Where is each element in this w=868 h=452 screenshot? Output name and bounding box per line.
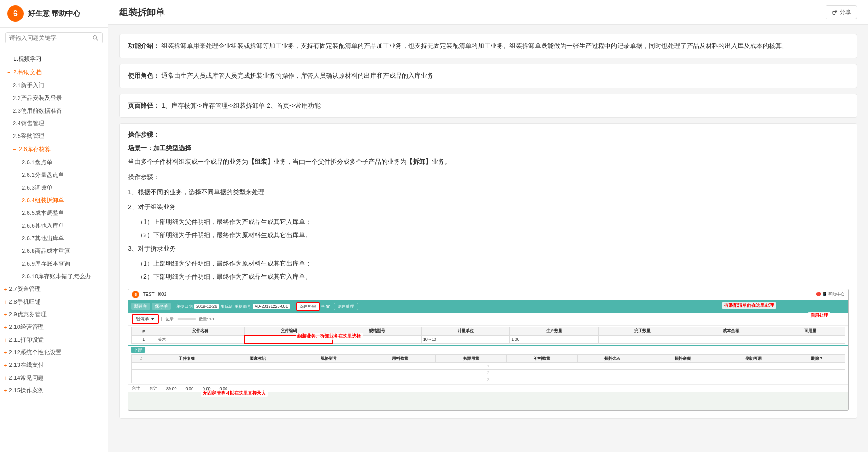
content-area: 功能介绍： 组装拆卸单用来处理企业组装或拆卸等加工业务，支持有固定装配清单的产品… xyxy=(108,25,868,452)
sidebar-item-2-9[interactable]: + 2.9优惠券管理 xyxy=(4,308,108,321)
ss-date-val: 2019-12-26 xyxy=(194,304,219,309)
table-row: 1 xyxy=(132,363,845,370)
ss-header-icons: 🔴 📱 帮助中心 xyxy=(816,291,844,297)
ss-table-upper: # 父件名称 父件编码 规格型号 计量单位 生产数量 完工数量 成本金额 可用量 xyxy=(131,327,845,344)
table-row: 1 关术 10→10 1.00 xyxy=(132,335,845,343)
ss-lower-section: 下部 # 子件名称 报废标识 规格型号 用料数量 实际用量 补料数量 xyxy=(128,345,848,384)
ss-logo: 6 xyxy=(132,291,139,298)
sidebar-item-2-11[interactable]: + 2.11打印设置 xyxy=(4,333,108,346)
sidebar-item-2-6-10[interactable]: 2.6.10库存账本错了怎么办 xyxy=(22,270,108,283)
ss-process-btn[interactable]: 启用处理 xyxy=(334,303,358,310)
annotation-3: 启用处理 xyxy=(808,312,830,319)
main-content: 组装拆卸单 分享 功能介绍： 组装拆卸单用来处理企业组装或拆卸等加工业务，支持有… xyxy=(108,0,868,452)
sidebar-item-2-15[interactable]: + 2.15操作案例 xyxy=(4,384,108,397)
sidebar-item-2-6[interactable]: − 2.6库存核算 xyxy=(13,143,108,156)
sidebar-item-label-2: 2.帮助文档 xyxy=(14,68,42,76)
page-title: 组装拆卸单 xyxy=(119,6,165,19)
table-row: 3 xyxy=(132,376,845,383)
sidebar-item-2-12[interactable]: + 2.12系统个性化设置 xyxy=(4,346,108,359)
scenario-desc: 当由多个子件材料组装成一个成品的业务为【组装】业务，当由一个父件拆分成多个子产品… xyxy=(128,156,849,167)
sidebar-item-2-7[interactable]: + 2.7资金管理 xyxy=(4,283,108,295)
ss-lower-tab: 下部 xyxy=(131,347,145,353)
top-bar: 组装拆卸单 分享 xyxy=(108,0,868,25)
svg-point-0 xyxy=(93,35,97,39)
logo-area: 6 好生意 帮助中心 xyxy=(0,0,108,28)
user-role-text: 通常由生产人员或库管人员完成折装业务的操作，库管人员确认原材料的出库和产成品的入… xyxy=(161,72,434,79)
expand-icon-2: − xyxy=(7,69,11,76)
sidebar-item-2-8[interactable]: + 2.8手机旺铺 xyxy=(4,295,108,308)
ss-type-row: 组装单 ▼ | 仓库: 数量: 1/1 组装业务、拆卸业务在这里选择 xyxy=(128,313,848,326)
user-role-label: 使用角色： xyxy=(128,72,160,79)
user-role-block: 使用角色： 通常由生产人员或库管人员完成折装业务的操作，库管人员确认原材料的出库… xyxy=(119,64,857,88)
scenario-title: 场景一：加工类型选择 xyxy=(128,144,849,152)
ss-warehouse[interactable] xyxy=(177,318,196,320)
sidebar-item-2-6-3[interactable]: 2.6.3调拨单 xyxy=(22,181,108,194)
sidebar-item-2-13[interactable]: + 2.13在线支付 xyxy=(4,359,108,371)
ops-block: 操作步骤： 场景一：加工类型选择 当由多个子件材料组装成一个成品的业务为【组装】… xyxy=(119,123,857,419)
sidebar-sub-docs: 2.1新手入门 2.2产品安装及登录 2.3使用前数据准备 2.4销售管理 2.… xyxy=(0,79,108,397)
sidebar-item-video[interactable]: + 1.视频学习 xyxy=(0,52,108,66)
search-icon xyxy=(92,35,99,41)
sidebar-item-2-4[interactable]: 2.4销售管理 xyxy=(13,117,108,130)
page-path-text: 1、库存核算->库存管理->组装拆卸单 2、首页->常用功能 xyxy=(161,102,321,109)
ss-bill-label: 单据编号 xyxy=(235,304,251,309)
ss-bom-area: 选用料单 ✏ 🗑 xyxy=(296,302,330,311)
screenshot: 6 TEST-H002 🔴 📱 帮助中心 新建单 保存单 单据日期 2019-1… xyxy=(128,289,849,411)
step3-sub1: （1）上部明细为父件明细，最终作为原材料生成其它出库单； xyxy=(137,258,849,269)
ss-date-label: 单据日期 xyxy=(176,304,193,309)
sidebar-item-2-1[interactable]: 2.1新手入门 xyxy=(13,79,108,92)
ss-bill-val: AD-20191226-001 xyxy=(253,304,290,309)
ss-group-label: 集成店 xyxy=(221,304,233,309)
sidebar-item-2-6-6[interactable]: 2.6.6其他入库单 xyxy=(22,219,108,232)
ss-table-lower: # 子件名称 报废标识 规格型号 用料数量 实际用量 补料数量 损料比% 损料余… xyxy=(131,354,845,383)
step3: 3、对于拆录业务 xyxy=(128,243,849,254)
page-path-block: 页面路径： 1、库存核算->库存管理->组装拆卸单 2、首页->常用功能 xyxy=(119,94,857,118)
sidebar-item-2-6-8[interactable]: 2.6.8商品成本重算 xyxy=(22,245,108,257)
sidebar-item-docs[interactable]: − 2.帮助文档 xyxy=(0,66,108,79)
search-box[interactable] xyxy=(5,32,103,43)
ss-header: 6 TEST-H002 🔴 📱 帮助中心 xyxy=(128,289,848,300)
ss-btn-save[interactable]: 保存单 xyxy=(152,303,171,310)
svg-line-1 xyxy=(96,38,98,40)
feature-intro-block: 功能介绍： 组装拆卸单用来处理企业组装或拆卸等加工业务，支持有固定装配清单的产品… xyxy=(119,34,857,58)
expand-icon-2-6: − xyxy=(13,146,16,153)
sidebar-sub-2-6: 2.6.1盘点单 2.6.2分量盘点单 2.6.3调拨单 2.6.4组装拆卸单 … xyxy=(13,156,108,283)
nav-tree: + 1.视频学习 − 2.帮助文档 2.1新手入门 2.2产品安装及登录 2.3… xyxy=(0,48,108,452)
share-button[interactable]: 分享 xyxy=(826,5,857,19)
feature-intro-text: 组装拆卸单用来处理企业组装或拆卸等加工业务，支持有固定装配清单的产品加工业务，也… xyxy=(161,42,788,49)
step1: 1、根据不同的业务，选择不同单据的类型来处理 xyxy=(128,186,849,198)
search-area xyxy=(0,28,108,48)
step3-sub2: （2）下部明细为子件明细，最终作为产成品生成其它入库单。 xyxy=(137,271,849,282)
ss-btn-new[interactable]: 新建单 xyxy=(131,303,150,310)
sidebar-item-2-6-5[interactable]: 2.6.5成本调整单 xyxy=(22,207,108,219)
sidebar-item-2-6-9[interactable]: 2.6.9库存账本查询 xyxy=(22,257,108,270)
step2-sub2: （2）下部明细为子件明细，最终作为原材料生成其它出库单。 xyxy=(137,229,849,241)
table-row: 2 xyxy=(132,370,845,376)
logo-icon: 6 xyxy=(7,5,24,22)
ss-type-selector[interactable]: 组装单 ▼ xyxy=(132,314,159,324)
sidebar: 6 好生意 帮助中心 + 1.视频学习 − 2.帮助文档 2.1新手入门 2.2… xyxy=(0,0,108,452)
annotation-1: 有装配清单的在这里处理 xyxy=(722,302,776,309)
share-icon xyxy=(831,9,838,15)
sidebar-item-2-6-7[interactable]: 2.6.7其他出库单 xyxy=(22,232,108,245)
ss-bom-btn[interactable]: 选用料单 xyxy=(296,302,320,311)
sidebar-item-2-6-4[interactable]: 2.6.4组装拆卸单 xyxy=(22,194,108,207)
ss-icons: ✏ 🗑 xyxy=(321,304,330,309)
ss-upper-table: # 父件名称 父件编码 规格型号 计量单位 生产数量 完工数量 成本金额 可用量 xyxy=(128,326,848,345)
ops-steps-title: 操作步骤： xyxy=(128,171,849,183)
annotation-4: 无固定清单可以在这里直接录入 xyxy=(201,390,268,397)
sidebar-item-2-10[interactable]: + 2.10经营管理 xyxy=(4,321,108,333)
step2: 2、对于组装业务 xyxy=(128,201,849,213)
sidebar-item-2-3[interactable]: 2.3使用前数据准备 xyxy=(13,105,108,117)
sidebar-item-2-14[interactable]: + 2.14常见问题 xyxy=(4,371,108,384)
annotation-2: 组装业务、拆卸业务在这里选择 xyxy=(296,333,363,340)
expand-icon-1: + xyxy=(7,56,11,62)
sidebar-item-2-5[interactable]: 2.5采购管理 xyxy=(13,130,108,143)
step2-sub1: （1）上部明细为父件明细，最终作为产成品生成其它入库单； xyxy=(137,216,849,228)
feature-intro-label: 功能介绍： xyxy=(128,42,160,49)
page-path-label: 页面路径： xyxy=(128,102,160,109)
sidebar-item-2-6-1[interactable]: 2.6.1盘点单 xyxy=(22,156,108,169)
sidebar-item-2-6-2[interactable]: 2.6.2分量盘点单 xyxy=(22,169,108,181)
search-input[interactable] xyxy=(9,34,92,41)
sidebar-item-2-2[interactable]: 2.2产品安装及登录 xyxy=(13,92,108,105)
